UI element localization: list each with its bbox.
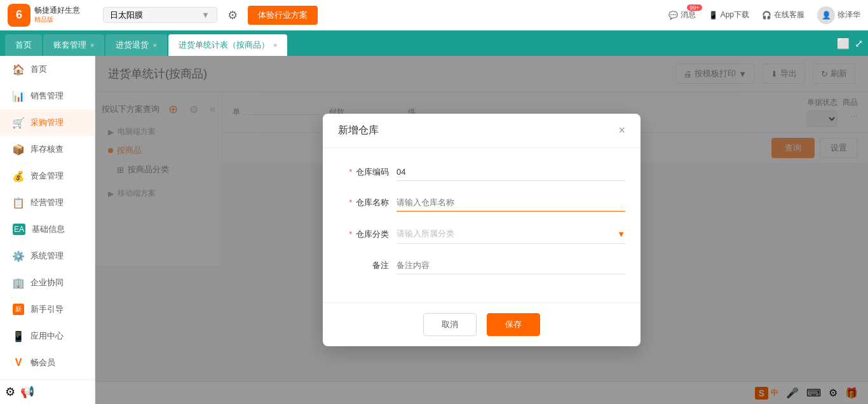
sidebar-item-sales[interactable]: 📊 销售管理 bbox=[0, 83, 95, 109]
warehouse-name-row: * 仓库名称 bbox=[338, 194, 625, 212]
modal-header: 新增仓库 × bbox=[323, 114, 641, 148]
top-actions: ⚙ 体验行业方案 bbox=[227, 6, 318, 25]
purchase-icon: 🛒 bbox=[13, 117, 24, 128]
purchase-return-tab-label: 进货退货 bbox=[116, 39, 149, 51]
cancel-button[interactable]: 取消 bbox=[423, 313, 477, 336]
username-label: 徐泽华 bbox=[837, 10, 860, 20]
headset-icon: 🎧 bbox=[762, 11, 771, 20]
logo-badge: 精品版 bbox=[34, 15, 80, 24]
message-icon: 💬 bbox=[668, 11, 678, 20]
warehouse-name-input[interactable] bbox=[397, 194, 625, 212]
sidebar-enterprise-label: 企业协同 bbox=[31, 277, 64, 288]
search-dropdown-icon[interactable]: ▼ bbox=[201, 10, 210, 20]
accounts-tab-close[interactable]: × bbox=[90, 41, 94, 49]
warehouse-category-select[interactable]: 请输入所属分类 ▼ bbox=[397, 224, 625, 244]
required-mark-1: * bbox=[349, 167, 352, 177]
system-icon: ⚙️ bbox=[13, 250, 24, 262]
try-industry-button[interactable]: 体验行业方案 bbox=[248, 6, 318, 25]
purchase-return-tab-close[interactable]: × bbox=[153, 41, 156, 49]
warehouse-category-row: * 仓库分类 请输入所属分类 ▼ bbox=[338, 224, 625, 244]
sidebar-home-label: 首页 bbox=[31, 64, 47, 75]
sidebar-basic-info-label: 基础信息 bbox=[32, 224, 65, 235]
user-profile-button[interactable]: 👤 徐泽华 bbox=[817, 6, 860, 24]
sidebar-settings-icon[interactable]: ⚙ bbox=[5, 385, 15, 399]
modal-close-button[interactable]: × bbox=[618, 124, 625, 137]
sidebar-item-system[interactable]: ⚙️ 系统管理 bbox=[0, 243, 95, 269]
app-center-icon: 📱 bbox=[13, 330, 24, 342]
warehouse-code-label: * 仓库编码 bbox=[338, 166, 389, 178]
sidebar-item-member[interactable]: V 畅会员 bbox=[0, 349, 95, 376]
phone-icon: 📱 bbox=[709, 11, 718, 20]
tab-home[interactable]: 首页 bbox=[5, 34, 42, 56]
modal-footer: 取消 保存 bbox=[323, 302, 641, 346]
sidebar-item-finance[interactable]: 💰 资金管理 bbox=[0, 163, 95, 189]
main-layout: 🏠 首页 📊 销售管理 🛒 采购管理 📦 库存核查 💰 资金管理 📋 经营管理 … bbox=[0, 56, 868, 404]
remark-row: 备注 bbox=[338, 257, 625, 274]
sidebar-speaker-icon[interactable]: 📢 bbox=[20, 385, 34, 399]
modal-body: * 仓库编码 * 仓库名称 bbox=[323, 148, 641, 302]
sidebar-member-label: 畅会员 bbox=[31, 357, 55, 368]
sidebar-item-home[interactable]: 🏠 首页 bbox=[0, 56, 95, 83]
sidebar-operations-label: 经营管理 bbox=[31, 197, 64, 208]
tab-restore-icon[interactable]: ⬜ bbox=[837, 37, 850, 50]
tab-bar: 首页 账套管理 × 进货退货 × 进货单统计表（按商品） × ⬜ ⤢ bbox=[0, 30, 868, 56]
accounts-tab-label: 账套管理 bbox=[53, 39, 86, 51]
remark-input[interactable] bbox=[397, 257, 625, 274]
warehouse-category-label: * 仓库分类 bbox=[338, 229, 389, 240]
sales-icon: 📊 bbox=[13, 90, 24, 102]
sidebar-sales-label: 销售管理 bbox=[31, 90, 64, 102]
enterprise-icon: 🏢 bbox=[13, 277, 24, 288]
sidebar-item-purchase[interactable]: 🛒 采购管理 bbox=[0, 109, 95, 136]
tab-list: 首页 账套管理 × 进货退货 × 进货单统计表（按商品） × bbox=[5, 30, 287, 56]
top-right-actions: 💬 消息 99+ 📱 App下载 🎧 在线客服 👤 徐泽华 bbox=[668, 6, 860, 24]
content-area: 进货单统计(按商品) 🖨 按模板打印 ▼ ⬇ 导出 ↻ 刷新 bbox=[95, 56, 868, 404]
purchase-stats-tab-label: 进货单统计表（按商品） bbox=[179, 39, 269, 51]
tab-purchase-return[interactable]: 进货退货 × bbox=[105, 34, 166, 56]
modal-title: 新增仓库 bbox=[338, 124, 379, 137]
purchase-stats-tab-close[interactable]: × bbox=[273, 41, 277, 49]
tab-accounts[interactable]: 账套管理 × bbox=[43, 34, 104, 56]
inventory-icon: 📦 bbox=[13, 144, 24, 155]
sidebar-item-basic-info[interactable]: EA 基础信息 bbox=[0, 216, 95, 243]
search-bar[interactable]: ▼ bbox=[103, 7, 217, 23]
messages-label: 消息 bbox=[681, 10, 696, 20]
operations-icon: 📋 bbox=[13, 197, 24, 208]
warehouse-name-label: * 仓库名称 bbox=[338, 197, 389, 208]
sidebar-purchase-label: 采购管理 bbox=[31, 117, 64, 128]
sidebar-guide-label: 新手引导 bbox=[31, 304, 64, 315]
warehouse-code-row: * 仓库编码 bbox=[338, 163, 625, 181]
sidebar-item-app-center[interactable]: 📱 应用中心 bbox=[0, 323, 95, 349]
sidebar-item-enterprise[interactable]: 🏢 企业协同 bbox=[0, 269, 95, 296]
sidebar-item-inventory[interactable]: 📦 库存核查 bbox=[0, 136, 95, 163]
member-icon: V bbox=[13, 357, 24, 368]
top-navbar: 6 畅捷通好生意 精品版 ▼ ⚙ 体验行业方案 💬 消息 99+ 📱 App下载… bbox=[0, 0, 868, 30]
logo-area: 6 畅捷通好生意 精品版 bbox=[8, 4, 103, 27]
tab-expand-icon[interactable]: ⤢ bbox=[855, 37, 863, 50]
sidebar-bottom: ⚙ 📢 bbox=[0, 379, 95, 404]
sidebar-item-guide[interactable]: 新 新手引导 bbox=[0, 296, 95, 323]
sidebar: 🏠 首页 📊 销售管理 🛒 采购管理 📦 库存核查 💰 资金管理 📋 经营管理 … bbox=[0, 56, 95, 404]
search-input[interactable] bbox=[110, 10, 199, 20]
new-warehouse-modal: 新增仓库 × * 仓库编码 bbox=[323, 114, 641, 346]
basic-info-icon: EA bbox=[13, 224, 25, 235]
app-download-button[interactable]: 📱 App下载 bbox=[709, 10, 749, 20]
sidebar-finance-label: 资金管理 bbox=[31, 170, 64, 182]
messages-button[interactable]: 💬 消息 99+ bbox=[668, 10, 696, 20]
warehouse-code-input[interactable] bbox=[397, 163, 625, 181]
tab-bar-right: ⬜ ⤢ bbox=[837, 37, 863, 50]
modal-overlay: 新增仓库 × * 仓库编码 bbox=[95, 56, 868, 404]
home-icon: 🏠 bbox=[13, 64, 24, 75]
settings-icon[interactable]: ⚙ bbox=[227, 8, 238, 22]
remark-label: 备注 bbox=[338, 260, 389, 271]
online-service-button[interactable]: 🎧 在线客服 bbox=[762, 10, 804, 20]
category-placeholder: 请输入所属分类 bbox=[397, 228, 454, 239]
save-button[interactable]: 保存 bbox=[487, 313, 540, 336]
sidebar-item-operations[interactable]: 📋 经营管理 bbox=[0, 189, 95, 216]
sidebar-app-center-label: 应用中心 bbox=[31, 330, 64, 342]
finance-icon: 💰 bbox=[13, 170, 24, 182]
avatar: 👤 bbox=[817, 6, 835, 24]
sidebar-system-label: 系统管理 bbox=[31, 250, 64, 262]
category-dropdown-icon: ▼ bbox=[617, 229, 625, 239]
home-tab-label: 首页 bbox=[15, 39, 32, 51]
tab-purchase-stats[interactable]: 进货单统计表（按商品） × bbox=[168, 34, 287, 56]
